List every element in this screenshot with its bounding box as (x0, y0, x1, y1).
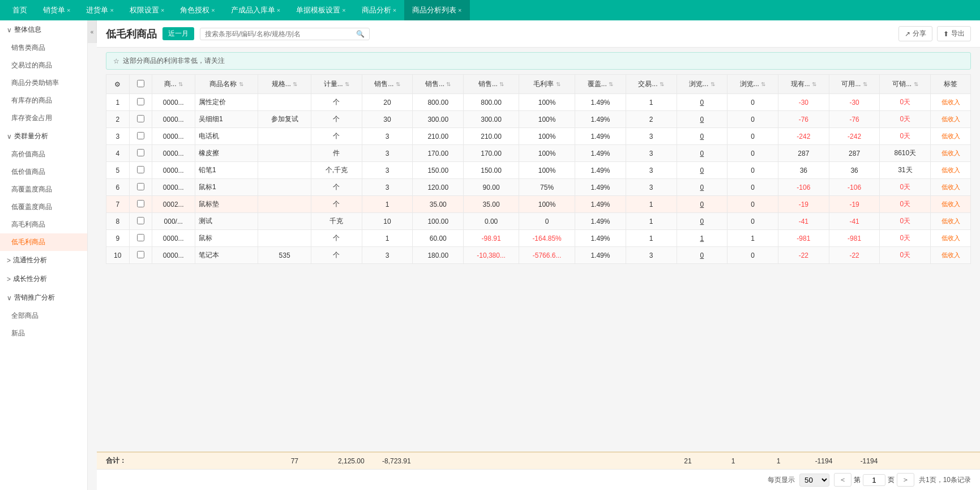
sidebar-section-cluster-title[interactable]: ∨ 类群量分析 (0, 127, 87, 146)
nav-close-product-analysis[interactable]: × (393, 7, 396, 14)
row-saleable: 31天 (880, 162, 931, 179)
row-checkbox[interactable] (129, 179, 152, 196)
sidebar-collapse-button[interactable]: « (88, 20, 97, 43)
row-select-checkbox[interactable] (137, 166, 144, 173)
row-select-checkbox[interactable] (137, 98, 144, 105)
sidebar-item-stock-capital[interactable]: 库存资金占用 (0, 109, 87, 127)
row-sales-qty: 20 (362, 94, 413, 111)
row-view1[interactable]: 0 (677, 247, 727, 264)
export-button[interactable]: ⬆ 导出 (937, 26, 971, 41)
sidebar-section-marketing-title[interactable]: ∨ 营销推广分析 (0, 288, 87, 307)
col-code[interactable]: 商... ⇅ (152, 75, 195, 94)
row-view1[interactable]: 0 (677, 179, 727, 196)
col-gross-rate[interactable]: 毛利率 ⇅ (519, 75, 575, 94)
sidebar-section-growth-title[interactable]: > 成长性分析 (0, 270, 87, 288)
nav-sales[interactable]: 销货单 × (35, 0, 78, 20)
nav-close-template[interactable]: × (342, 7, 345, 14)
sidebar-item-low-coverage[interactable]: 低覆盖度商品 (0, 198, 87, 216)
nav-role[interactable]: 角色授权 × (172, 0, 222, 20)
sidebar-item-low-margin[interactable]: 低毛利商品 (0, 233, 87, 251)
row-view1[interactable]: 0 (677, 162, 727, 179)
col-available[interactable]: 可用... ⇅ (829, 75, 880, 94)
nav-product-entry[interactable]: 产成品入库单 × (223, 0, 288, 20)
row-select-checkbox[interactable] (137, 183, 144, 190)
row-view1[interactable]: 0 (677, 94, 727, 111)
col-sales-qty[interactable]: 销售... ⇅ (362, 75, 413, 94)
sidebar-item-low-value[interactable]: 低价值商品 (0, 163, 87, 181)
row-checkbox[interactable] (129, 162, 152, 179)
sidebar-section-overall-title[interactable]: ∨ 整体信息 (0, 20, 87, 39)
row-checkbox[interactable] (129, 213, 152, 230)
sidebar-item-sales-goods[interactable]: 销售类商品 (0, 39, 87, 57)
row-view1[interactable]: 0 (677, 213, 727, 230)
col-spec[interactable]: 规格... ⇅ (258, 75, 311, 94)
row-select-checkbox[interactable] (137, 234, 144, 241)
sidebar-section-flow-title[interactable]: > 流通性分析 (0, 251, 87, 270)
row-checkbox[interactable] (129, 196, 152, 213)
page-number-input[interactable] (863, 474, 885, 486)
search-input[interactable] (205, 30, 356, 38)
row-select-checkbox[interactable] (137, 251, 144, 258)
row-checkbox[interactable] (129, 145, 152, 162)
row-checkbox[interactable] (129, 230, 152, 247)
sidebar-item-new-goods[interactable]: 新品 (0, 325, 87, 342)
sidebar-item-traded-goods[interactable]: 交易过的商品 (0, 57, 87, 74)
next-page-button[interactable]: ＞ (897, 473, 914, 487)
prev-page-button[interactable]: ＜ (834, 473, 851, 487)
nav-close-permissions[interactable]: × (161, 7, 164, 14)
nav-close-product-analysis-list[interactable]: × (458, 7, 461, 14)
row-view1[interactable]: 1 (677, 230, 727, 247)
col-trade[interactable]: 交易... ⇅ (626, 75, 677, 94)
sidebar-item-high-value[interactable]: 高价值商品 (0, 146, 87, 163)
col-saleable[interactable]: 可销... ⇅ (880, 75, 931, 94)
nav-product-analysis[interactable]: 商品分析 × (354, 0, 404, 20)
sidebar-item-high-coverage[interactable]: 高覆盖度商品 (0, 181, 87, 198)
nav-product-analysis-list[interactable]: 商品分析列表 × (404, 0, 469, 20)
row-view1[interactable]: 0 (677, 196, 727, 213)
row-unit: 个 (311, 196, 362, 213)
sidebar-item-in-stock[interactable]: 有库存的商品 (0, 92, 87, 109)
nav-purchase[interactable]: 进货单 × (78, 0, 121, 20)
nav-close-sales[interactable]: × (67, 7, 70, 14)
sidebar-item-high-margin[interactable]: 高毛利商品 (0, 216, 87, 233)
nav-close-purchase[interactable]: × (110, 7, 113, 14)
row-name: 鼠标1 (195, 179, 258, 196)
col-view2[interactable]: 浏览... ⇅ (727, 75, 778, 94)
nav-permissions[interactable]: 权限设置 × (122, 0, 172, 20)
sidebar-item-category-rate[interactable]: 商品分类助销率 (0, 74, 87, 92)
share-button[interactable]: ↗ 分享 (898, 26, 932, 41)
row-select-checkbox[interactable] (137, 132, 144, 139)
sidebar-item-all-goods[interactable]: 全部商品 (0, 307, 87, 325)
table-row: 4 0000... 橡皮擦 件 3 170.00 170.00 100% 1.4… (106, 145, 971, 162)
col-settings[interactable]: ⚙ (106, 75, 130, 94)
row-trade: 3 (626, 128, 677, 145)
row-view1[interactable]: 0 (677, 128, 727, 145)
row-checkbox[interactable] (129, 247, 152, 264)
col-checkbox[interactable] (129, 75, 152, 94)
nav-template[interactable]: 单据模板设置 × (288, 0, 353, 20)
row-view1[interactable]: 0 (677, 145, 727, 162)
row-select-checkbox[interactable] (137, 149, 144, 156)
col-name[interactable]: 商品名称 ⇅ (195, 75, 258, 94)
row-select-checkbox[interactable] (137, 217, 144, 224)
nav-close-role[interactable]: × (211, 7, 215, 14)
nav-home[interactable]: 首页 (5, 0, 35, 20)
row-checkbox[interactable] (129, 128, 152, 145)
row-checkbox[interactable] (129, 94, 152, 111)
page-size-select[interactable]: 50 20 100 (799, 474, 829, 487)
col-view1[interactable]: 浏览... ⇅ (677, 75, 727, 94)
col-sales-profit[interactable]: 销售... ⇅ (464, 75, 519, 94)
date-filter-button[interactable]: 近一月 (162, 27, 194, 40)
nav-close-product-entry[interactable]: × (277, 7, 280, 14)
col-tag[interactable]: 标签 (931, 75, 971, 94)
col-sales-price[interactable]: 销售... ⇅ (413, 75, 464, 94)
col-unit[interactable]: 计量... ⇅ (311, 75, 362, 94)
row-checkbox[interactable] (129, 111, 152, 128)
col-coverage[interactable]: 覆盖... ⇅ (575, 75, 626, 94)
row-sales-qty: 3 (362, 162, 413, 179)
row-select-checkbox[interactable] (137, 115, 144, 122)
select-all-checkbox[interactable] (137, 80, 144, 87)
col-current[interactable]: 现有... ⇅ (778, 75, 829, 94)
row-view1[interactable]: 0 (677, 111, 727, 128)
row-select-checkbox[interactable] (137, 200, 144, 207)
